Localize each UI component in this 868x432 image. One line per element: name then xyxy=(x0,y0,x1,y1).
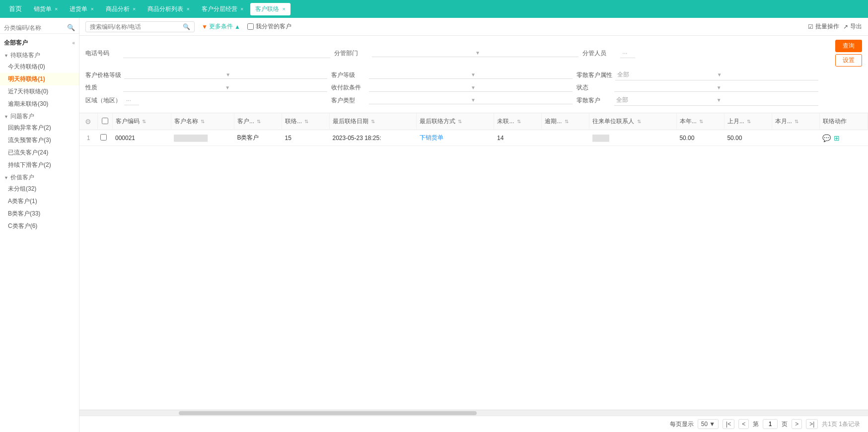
sidebar-item-ungroup[interactable]: 未分组(32) xyxy=(0,183,79,195)
nav-home[interactable]: 首页 xyxy=(4,2,27,15)
cell-month-amount xyxy=(772,130,819,146)
table-area: ⚙ 客户编码 ⇅ 客户名称 ⇅ xyxy=(79,113,868,410)
col-overdue: 逾期... ⇅ xyxy=(542,113,589,130)
next-page-button[interactable]: > xyxy=(792,419,802,429)
sidebar-item-class-a[interactable]: A类客户(1) xyxy=(0,195,79,208)
price-grade-arrow: ▼ xyxy=(225,72,325,77)
nav-analysis-list[interactable]: 商品分析列表 × xyxy=(143,3,194,15)
sidebar-group-problem[interactable]: ▼ 问题客户 xyxy=(0,110,79,122)
col-action: 联络动作 xyxy=(819,113,868,130)
col-last-method: 最后联络方式 ⇅ xyxy=(417,113,494,130)
search-icon[interactable]: 🔍 xyxy=(183,23,190,30)
more-action-icon[interactable]: ⊞ xyxy=(834,134,840,142)
person-label: 分管人员 xyxy=(582,49,617,58)
sidebar-item-churn-warning[interactable]: 流失预警客户(3) xyxy=(0,134,79,146)
cust-type-select[interactable]: ▼ xyxy=(369,96,573,104)
nav-sales[interactable]: 销货单 × xyxy=(29,3,63,15)
col-last-month: 上月... ⇅ xyxy=(724,113,772,130)
price-grade-select[interactable]: ▼ xyxy=(124,71,327,79)
my-customers-check[interactable] xyxy=(247,23,254,30)
nature-select[interactable]: ▼ xyxy=(123,84,327,92)
filter-cell-cust-grade: 客户等级 ▼ xyxy=(331,71,573,79)
sidebar-item-overdue[interactable]: 逾期未联络(30) xyxy=(0,98,79,110)
contact-action-icon[interactable]: 💬 xyxy=(822,134,831,142)
nav-customer-contact[interactable]: 客户联络 × xyxy=(250,3,290,15)
page-size-arrow: ▼ xyxy=(709,421,715,428)
cell-overdue xyxy=(542,130,589,146)
sidebar-group-value[interactable]: ▼ 价值客户 xyxy=(0,171,79,183)
nav-customer-tier[interactable]: 客户分层经营 × xyxy=(197,3,248,15)
sort-icon-name: ⇅ xyxy=(201,119,205,124)
sidebar-group-pending[interactable]: ▼ 待联络客户 xyxy=(0,49,79,61)
nav-analysis[interactable]: 商品分析 × xyxy=(101,3,141,15)
retail-cust-select[interactable]: 全部 ▼ xyxy=(614,95,818,106)
payment-select[interactable]: ▼ xyxy=(369,84,573,92)
nature-label: 性质 xyxy=(85,83,120,92)
cust-grade-select[interactable]: ▼ xyxy=(369,71,573,79)
settings-button[interactable]: 设置 xyxy=(835,54,862,67)
page-size-select[interactable]: 50 ▼ xyxy=(698,419,719,429)
search-input[interactable] xyxy=(90,23,181,30)
region-label: 区域（地区） xyxy=(85,96,121,105)
phone-label: 电话号码 xyxy=(85,49,120,58)
phone-input[interactable] xyxy=(123,49,330,58)
page-number-input[interactable] xyxy=(763,419,778,429)
horizontal-scrollbar[interactable] xyxy=(79,410,868,416)
status-label: 状态 xyxy=(577,83,611,92)
more-filter-button[interactable]: ▼ 更多条件 ▲ xyxy=(199,21,243,32)
row-checkbox[interactable] xyxy=(100,134,107,141)
filter-cell-cust-type: 客户类型 ▼ xyxy=(331,96,573,105)
cell-year-amount: 50.00 xyxy=(676,130,724,146)
sidebar-item-lost[interactable]: 已流失客户(24) xyxy=(0,146,79,159)
sidebar-item-declining[interactable]: 持续下滑客户(2) xyxy=(0,159,79,171)
select-all-checkbox[interactable] xyxy=(102,118,108,124)
filter-row-1: 电话号码 分管部门 ▼ 分管人员 ··· 查询 设置 xyxy=(85,40,862,67)
retail-attr-label: 零散客户属性 xyxy=(577,71,612,79)
cust-grade-label: 客户等级 xyxy=(331,71,366,79)
sidebar-item-repurchase[interactable]: 回购异常客户(2) xyxy=(0,122,79,134)
sidebar-all-customers[interactable]: 全部客户 « xyxy=(0,37,79,49)
nav-purchase[interactable]: 进货单 × xyxy=(65,3,98,15)
sidebar-item-class-c[interactable]: C类客户(6) xyxy=(0,220,79,232)
scrollbar-thumb[interactable] xyxy=(179,411,477,415)
sort-icon-this-month: ⇅ xyxy=(795,119,798,124)
col-code: 客户编码 ⇅ xyxy=(112,113,171,130)
sort-icon-year: ⇅ xyxy=(699,119,703,124)
dept-select[interactable]: ▼ xyxy=(372,49,579,57)
last-method-link[interactable]: 下销货单 xyxy=(420,134,443,141)
my-customers-checkbox[interactable]: 我分管的客户 xyxy=(247,22,291,31)
cell-last-month-amount: 50.00 xyxy=(724,130,772,146)
nav-close-sales[interactable]: × xyxy=(53,6,58,12)
batch-operation-button[interactable]: ☑ 批量操作 xyxy=(808,22,839,31)
status-select[interactable]: ▼ xyxy=(614,84,818,92)
sidebar-item-today[interactable]: 今天待联络(0) xyxy=(0,61,79,73)
prev-page-button[interactable]: < xyxy=(738,419,749,429)
cell-type: B类客户 xyxy=(234,130,282,146)
status-arrow: ▼ xyxy=(717,85,816,90)
filter-cell-phone: 电话号码 xyxy=(85,49,330,58)
cell-last-method: 下销货单 xyxy=(417,130,494,146)
first-page-button[interactable]: |< xyxy=(723,419,734,429)
cell-uncontacted: 14 xyxy=(494,130,542,146)
gear-icon[interactable]: ⚙ xyxy=(85,118,91,126)
retail-attr-select[interactable]: 全部 ▼ xyxy=(615,70,818,80)
query-button[interactable]: 查询 xyxy=(835,40,862,52)
sidebar-item-7days[interactable]: 近7天待联络(0) xyxy=(0,85,79,98)
person-dots[interactable]: ··· xyxy=(620,49,635,58)
cust-type-arrow: ▼ xyxy=(471,97,571,103)
sidebar-search-input[interactable] xyxy=(4,24,65,31)
filter-cell-price-grade: 客户价格等级 ▼ xyxy=(85,71,327,79)
right-toolbar: ☑ 批量操作 ↗ 导出 xyxy=(808,22,862,31)
search-box[interactable]: 🔍 xyxy=(85,21,195,32)
pagination-bar: 每页显示 50 ▼ |< < 第 页 > >| 共1页 1条记录 xyxy=(79,416,868,432)
filter-row-2: 客户价格等级 ▼ 客户等级 ▼ 零散客户属性 全部 ▼ xyxy=(85,70,862,80)
sidebar-item-class-b[interactable]: B类客户(33) xyxy=(0,208,79,220)
filter-cell-payment: 收付款条件 ▼ xyxy=(331,83,573,92)
filter-actions: 查询 设置 xyxy=(835,40,862,67)
sidebar-item-tomorrow[interactable]: 明天待联络(1) xyxy=(0,73,79,85)
region-dots[interactable]: ··· xyxy=(124,96,139,105)
export-button[interactable]: ↗ 导出 xyxy=(843,22,862,31)
sort-icon-uncontacted: ⇅ xyxy=(517,119,521,124)
last-page-button[interactable]: >| xyxy=(806,419,818,429)
page-label: 第 xyxy=(753,420,759,429)
